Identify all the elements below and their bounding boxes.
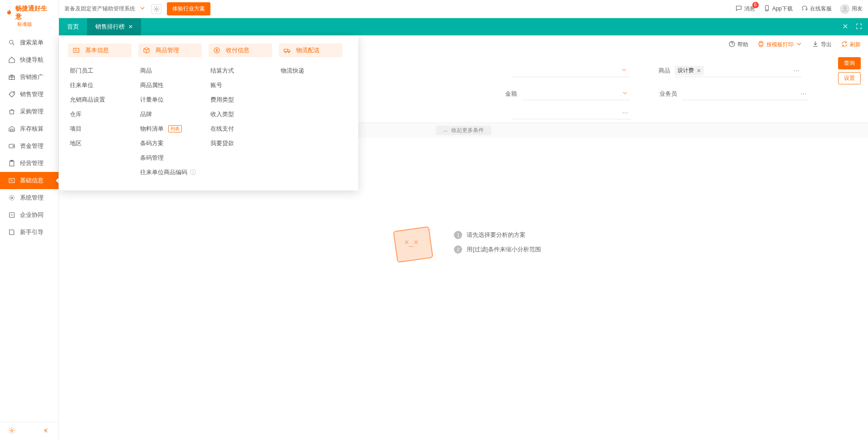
filter-input-3[interactable]: ⋯	[512, 107, 630, 119]
mega-item-partnersku[interactable]: 往来单位商品编码ⓘ	[138, 165, 209, 180]
sidebar-item-sales[interactable]: 销售管理	[0, 86, 59, 103]
home-icon	[8, 56, 15, 64]
svg-rect-19	[760, 45, 762, 46]
owner-input[interactable]: ⋯	[682, 88, 809, 100]
sidebar-footer	[0, 422, 59, 440]
tag-icon	[8, 91, 15, 98]
top-actions: 消息 6 App下载 在线客服 用友	[735, 4, 863, 14]
mega-item[interactable]: 费用类型	[209, 93, 279, 107]
sidebar-item-quicknav[interactable]: 快捷导航	[0, 51, 59, 68]
online-service-button[interactable]: 在线客服	[801, 5, 832, 13]
close-icon[interactable]: ✕	[128, 24, 133, 30]
mega-item[interactable]: 在线支付	[209, 122, 279, 136]
system-selector[interactable]: 装备及固定资产辅助管理系统	[64, 5, 146, 13]
tabbar: 首页 销售排行榜 ✕	[59, 18, 868, 35]
print-template-button[interactable]: 按模板打印	[757, 40, 803, 49]
sidebar-item-marketing[interactable]: 营销推广	[0, 68, 59, 86]
owner-label: 业务员	[659, 90, 677, 98]
filter-settings-button[interactable]: 设置	[838, 72, 861, 84]
help-icon[interactable]: ⓘ	[190, 168, 196, 176]
refresh-icon	[841, 40, 848, 49]
export-button[interactable]: 导出	[812, 40, 832, 49]
product-input[interactable]: 设计费✕ ⋯	[675, 64, 802, 77]
sidebar-item-basicinfo[interactable]: 基础信息	[0, 172, 59, 189]
mega-item[interactable]: 允销商品设置	[68, 93, 138, 107]
gift-icon	[8, 73, 15, 81]
user-name: 用友	[852, 5, 863, 13]
mega-item[interactable]: 账号	[209, 78, 279, 93]
mega-item[interactable]: 仓库	[68, 107, 138, 122]
more-icon[interactable]: ⋯	[800, 90, 807, 97]
sidebar-item-label: 经营管理	[20, 159, 44, 167]
fullscreen-icon[interactable]	[855, 23, 863, 31]
mega-item[interactable]: 往来单位	[68, 78, 138, 93]
sidebar-item-system[interactable]: 系统管理	[0, 189, 59, 206]
filter-dropdown-1[interactable]	[512, 64, 629, 77]
svg-point-15	[844, 6, 846, 9]
system-settings-button[interactable]	[151, 4, 161, 14]
list-tag: 列表	[168, 125, 182, 132]
chevron-up-icon: ︿	[443, 127, 449, 133]
mega-item[interactable]: 收入类型	[209, 107, 279, 122]
chip-remove-icon[interactable]: ✕	[697, 68, 701, 74]
brand-name: 畅捷通好生意	[15, 5, 53, 21]
collapse-sidebar-icon[interactable]	[43, 427, 50, 435]
clipboard-icon	[8, 160, 15, 167]
query-button[interactable]: 查询	[838, 57, 861, 69]
sidebar-item-funds[interactable]: 资金管理	[0, 137, 59, 155]
sidebar-item-collab[interactable]: 企业协同	[0, 206, 59, 224]
mega-item[interactable]: 地区	[68, 136, 138, 151]
warehouse-icon	[8, 125, 15, 132]
sidebar-item-business[interactable]: 经营管理	[0, 155, 59, 172]
mega-header-logistics: 物流配送	[279, 44, 342, 57]
bag-icon	[8, 108, 15, 115]
more-icon[interactable]: ⋯	[794, 67, 800, 74]
tab-home[interactable]: 首页	[59, 18, 87, 35]
mega-item[interactable]: 条码方案	[138, 136, 209, 151]
mega-item[interactable]: 商品属性	[138, 78, 209, 93]
amount-dropdown[interactable]	[522, 88, 630, 100]
chat-icon	[735, 5, 742, 13]
sidebar-item-search[interactable]: 搜索菜单	[0, 34, 59, 51]
product-chip: 设计费✕	[675, 66, 704, 75]
mega-col-product: 商品管理 商品 商品属性 计量单位 品牌 物料清单列表 条码方案 条码管理 往来…	[138, 44, 209, 180]
chevron-down-icon	[139, 5, 146, 13]
app-download-button[interactable]: App下载	[763, 5, 793, 13]
sidebar-item-guide[interactable]: 新手引导	[0, 224, 59, 241]
mega-item[interactable]: 部门员工	[68, 64, 138, 78]
tab-close-all-icon[interactable]	[842, 23, 849, 31]
mega-item[interactable]: 商品	[138, 64, 209, 78]
mega-item[interactable]: 条码管理	[138, 151, 209, 165]
headset-icon	[801, 5, 808, 13]
svg-rect-8	[9, 178, 15, 182]
svg-point-14	[766, 10, 767, 10]
footer-gear-icon[interactable]	[8, 427, 15, 435]
topbar: 装备及固定资产辅助管理系统 体验行业方案 消息 6 App下载 在线客服	[59, 0, 868, 18]
try-industry-button[interactable]: 体验行业方案	[167, 2, 210, 15]
mega-item[interactable]: 结算方式	[209, 64, 279, 78]
download-label: App下载	[772, 5, 793, 13]
service-label: 在线客服	[810, 5, 832, 13]
mega-item-bom[interactable]: 物料清单列表	[138, 122, 209, 136]
sidebar-item-inventory[interactable]: 库存核算	[0, 120, 59, 137]
refresh-button[interactable]: 刷新	[841, 40, 861, 49]
user-menu[interactable]: 用友	[840, 4, 863, 14]
svg-point-23	[285, 52, 286, 53]
mega-item[interactable]: 项目	[68, 122, 138, 136]
product-label: 商品	[658, 67, 670, 75]
help-button[interactable]: 帮助	[728, 40, 748, 49]
system-name: 装备及固定资产辅助管理系统	[64, 5, 135, 13]
sidebar-item-purchase[interactable]: 采购管理	[0, 103, 59, 120]
empty-state: ×_× 1请先选择要分析的方案 2用[过滤]条件来缩小分析范围	[386, 220, 541, 265]
svg-point-12	[156, 8, 157, 10]
mega-item[interactable]: 物流快递	[279, 64, 349, 78]
tab-sales-ranking[interactable]: 销售排行榜 ✕	[87, 18, 141, 35]
more-icon[interactable]: ⋯	[622, 109, 629, 116]
mega-item[interactable]: 计量单位	[138, 93, 209, 107]
messages-button[interactable]: 消息 6	[735, 5, 755, 13]
svg-point-5	[13, 146, 14, 147]
avatar-icon	[840, 4, 850, 14]
sidebar-item-label: 资金管理	[20, 142, 44, 150]
mega-item[interactable]: 我要贷款	[209, 136, 279, 151]
mega-item[interactable]: 品牌	[138, 107, 209, 122]
